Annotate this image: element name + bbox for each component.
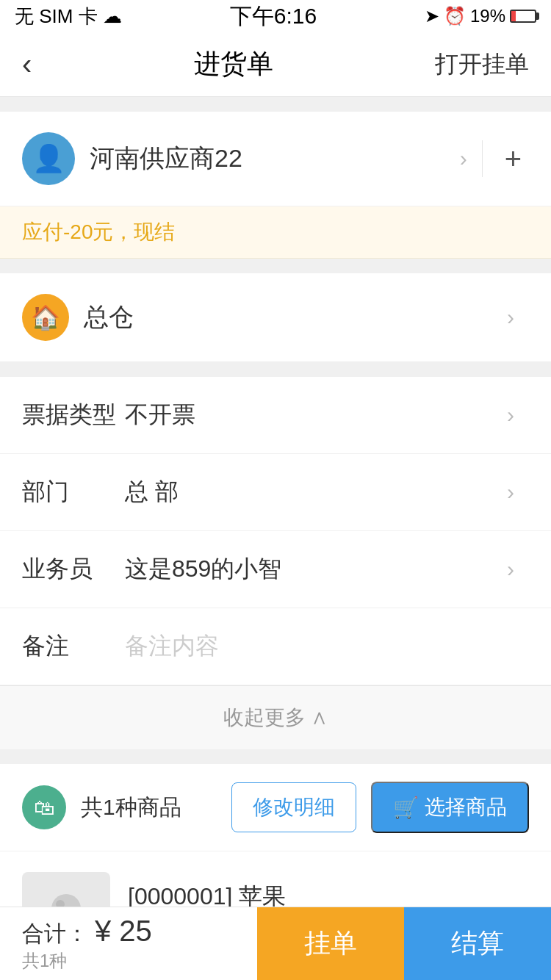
status-bar: 无 SIM 卡 ☁ 下午6:16 ➤ ⏰ 19%: [0, 0, 551, 32]
supplier-avatar: 👤: [22, 132, 75, 185]
products-count: 共1种商品: [81, 793, 217, 823]
alert-bar: 应付-20元，现结: [0, 206, 551, 259]
total-section: 合计： ¥ 25 共1种: [0, 915, 257, 973]
back-button[interactable]: ‹: [22, 48, 32, 81]
warehouse-section: 🏠 总仓 ›: [0, 273, 551, 362]
warehouse-name: 总仓: [84, 300, 507, 334]
supplier-row[interactable]: 👤 河南供应商22 › +: [0, 112, 551, 206]
product-code: [0000001]: [128, 883, 232, 909]
product-fruit: 苹果: [239, 883, 286, 909]
pending-button[interactable]: 挂单: [257, 907, 404, 981]
nav-bar: ‹ 进货单 打开挂单: [0, 32, 551, 97]
section-gap-3: [0, 362, 551, 377]
salesperson-chevron-icon: ›: [507, 557, 514, 582]
add-button[interactable]: +: [497, 143, 529, 176]
select-product-label: 选择商品: [425, 793, 507, 821]
remark-placeholder: 备注内容: [125, 630, 529, 663]
battery-text: 19%: [470, 6, 505, 26]
invoice-type-label: 票据类型: [22, 399, 125, 431]
department-label: 部门: [22, 476, 125, 508]
settle-button[interactable]: 结算: [404, 907, 551, 981]
total-row: 合计： ¥ 25: [22, 915, 235, 949]
supplier-section: 👤 河南供应商22 › + 应付-20元，现结: [0, 112, 551, 259]
products-header: 🛍 共1种商品 修改明细 🛒 选择商品: [0, 764, 551, 851]
section-gap-1: [0, 97, 551, 112]
divider: [482, 140, 483, 177]
bag-icon: 🛍: [34, 796, 54, 820]
warehouse-icon: 🏠: [22, 294, 69, 341]
home-icon: 🏠: [31, 303, 60, 331]
remark-row[interactable]: 备注 备注内容: [0, 608, 551, 685]
section-gap-2: [0, 259, 551, 273]
avatar-icon: 👤: [32, 143, 65, 174]
salesperson-value: 这是859的小智: [125, 553, 507, 586]
battery-icon: [510, 10, 536, 23]
supplier-name: 河南供应商22: [90, 142, 460, 176]
department-row[interactable]: 部门 总 部 ›: [0, 454, 551, 531]
bottom-bar: 合计： ¥ 25 共1种 挂单 结算: [0, 907, 551, 980]
invoice-type-row[interactable]: 票据类型 不开票 ›: [0, 377, 551, 454]
alarm-icon: ⏰: [444, 6, 466, 26]
location-icon: ➤: [425, 6, 439, 26]
department-chevron-icon: ›: [507, 480, 514, 505]
status-right: ➤ ⏰ 19%: [425, 6, 536, 26]
select-product-button[interactable]: 🛒 选择商品: [371, 782, 529, 833]
section-gap-4: [0, 749, 551, 764]
total-amount: ¥ 25: [95, 915, 152, 947]
collapse-label: 收起更多 ∧: [223, 704, 328, 732]
total-count: 共1种: [22, 949, 235, 973]
page-title: 进货单: [194, 46, 273, 82]
invoice-type-chevron-icon: ›: [507, 403, 514, 428]
warehouse-chevron-icon: ›: [507, 305, 514, 330]
edit-detail-button[interactable]: 修改明细: [231, 782, 356, 832]
salesperson-label: 业务员: [22, 553, 125, 586]
sim-signal: 无 SIM 卡 ☁: [15, 4, 122, 29]
cart-icon: 🛒: [393, 796, 419, 820]
department-value: 总 部: [125, 476, 507, 508]
invoice-type-value: 不开票: [125, 399, 507, 431]
status-left: 无 SIM 卡 ☁: [15, 4, 122, 29]
collapse-row[interactable]: 收起更多 ∧: [0, 685, 551, 749]
warehouse-row[interactable]: 🏠 总仓 ›: [0, 273, 551, 362]
products-icon: 🛍: [22, 785, 66, 829]
status-time: 下午6:16: [230, 1, 317, 32]
total-label: 合计：: [22, 921, 88, 945]
salesperson-row[interactable]: 业务员 这是859的小智 ›: [0, 531, 551, 608]
open-pending-button[interactable]: 打开挂单: [435, 48, 529, 81]
supplier-chevron-icon: ›: [460, 146, 467, 171]
remark-label: 备注: [22, 630, 125, 663]
form-section: 票据类型 不开票 › 部门 总 部 › 业务员 这是859的小智 › 备注 备注…: [0, 377, 551, 685]
